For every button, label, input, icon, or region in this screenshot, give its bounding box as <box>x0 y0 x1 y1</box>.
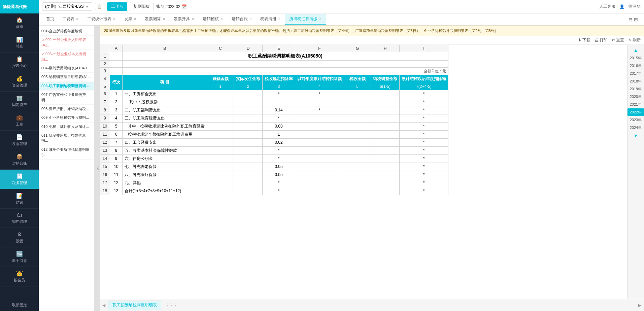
year-scroll-down[interactable]: ▼ <box>632 132 640 140</box>
tab-close-payroll-report[interactable]: × <box>112 17 116 21</box>
cell-I13[interactable]: * <box>400 146 448 154</box>
cell-D12[interactable] <box>234 138 263 146</box>
cell-E8[interactable]: 0.14 <box>263 106 295 114</box>
cell-A11[interactable]: 6 <box>110 130 123 138</box>
cell-A10[interactable]: 5 <box>110 122 123 130</box>
sidebar-item-sales[interactable]: 📦 进销台账 <box>0 150 39 170</box>
cell-H14[interactable] <box>371 154 400 163</box>
collapse-panel-button[interactable]: 《 <box>94 26 100 311</box>
cell-I17[interactable]: * <box>400 179 448 187</box>
tab-close-income-tax[interactable]: × <box>319 17 322 21</box>
cell-B16[interactable]: 八、补充医疗保险 <box>123 171 207 179</box>
sidebar-item-home[interactable]: 🏠 首页 <box>0 13 39 33</box>
cell-D7[interactable] <box>234 98 263 106</box>
year-2023[interactable]: 2023年 <box>628 116 644 124</box>
cell-B12[interactable]: 四、工会经费支出 <box>123 138 207 146</box>
cell-H6[interactable] <box>371 90 400 98</box>
list-item-005[interactable]: 005-纳税调整项目明细表(A1... <box>39 73 94 81</box>
cell-D16[interactable] <box>234 171 263 179</box>
cell-A16[interactable]: 11 <box>110 171 123 179</box>
sidebar-item-member[interactable]: 👑 畅会员 <box>0 267 39 286</box>
sidebar-item-settings[interactable]: ⚙ 设置 <box>0 228 39 247</box>
cell-A17[interactable]: 12 <box>110 179 123 187</box>
cell-I6[interactable]: * <box>400 90 448 98</box>
list-item-002[interactable]: ⊘ 002-一般企业收入明细表(A1... <box>39 36 94 50</box>
year-2019[interactable]: 2019年 <box>628 85 644 93</box>
list-item-003[interactable]: ⊘ 003-一般企业成本支出明细... <box>39 50 94 64</box>
tab-income-tax[interactable]: 所得税汇算清缴 × <box>285 14 326 25</box>
reset-button[interactable]: ↺ 重置 <box>612 37 624 43</box>
bottom-tab-main[interactable]: 职工薪酬纳税调整明细表 <box>108 301 161 310</box>
list-item-012[interactable]: 012-减免企业所得税优惠明细(.. <box>39 145 94 160</box>
tab-close-invoice-open[interactable]: × <box>191 17 194 21</box>
cell-C18[interactable] <box>207 187 234 195</box>
cell-G10[interactable] <box>344 122 371 130</box>
cell-A14[interactable]: 9 <box>110 154 123 163</box>
cell-G14[interactable] <box>344 154 371 163</box>
cell-G16[interactable] <box>344 171 371 179</box>
cell-I15[interactable]: * <box>400 163 448 171</box>
sidebar-item-guide[interactable]: 🆕 新手引导 <box>0 247 39 267</box>
cell-I18[interactable]: * <box>400 187 448 195</box>
sidebar-item-ledger[interactable]: 📊 总账 <box>0 33 39 53</box>
cell-I10[interactable]: * <box>400 122 448 130</box>
cell-C16[interactable] <box>207 171 234 179</box>
switch-old-button[interactable]: 切到旧版 <box>130 2 154 11</box>
cell-B15[interactable]: 七、补充养老保险 <box>123 163 207 171</box>
cell-G8[interactable] <box>344 106 371 114</box>
cell-C8[interactable] <box>207 106 234 114</box>
company-selector[interactable]: (勿删）江西股宝-LSS ▼ <box>42 2 92 11</box>
cell-E12[interactable]: 0.02 <box>263 138 295 146</box>
cell-B17[interactable]: 九、其他 <box>123 179 207 187</box>
cell-I16[interactable]: * <box>400 171 448 179</box>
tab-payroll-report[interactable]: 工资统计报表 × <box>83 14 120 25</box>
cell-G7[interactable] <box>344 98 371 106</box>
cell-F8[interactable]: * <box>295 106 344 114</box>
cell-H12[interactable] <box>371 138 400 146</box>
cell-I9[interactable]: * <box>400 114 448 122</box>
cell-I8[interactable]: * <box>400 106 448 114</box>
cell-H18[interactable] <box>371 187 400 195</box>
cell-E14[interactable]: * <box>263 154 295 163</box>
year-2021[interactable]: 2021年 <box>628 101 644 108</box>
cell-D13[interactable] <box>234 146 263 154</box>
minimize-button[interactable]: ⊟ <box>629 17 633 22</box>
cell-H8[interactable] <box>371 106 400 114</box>
list-item-011[interactable]: 011-研发费用加计扣除优惠明... <box>39 131 94 145</box>
refresh-button[interactable]: ↻ 刷新 <box>628 37 641 43</box>
cell-A18[interactable]: 13 <box>110 187 123 195</box>
year-scroll-up[interactable]: ▲ <box>632 46 640 54</box>
cell-F16[interactable] <box>295 171 344 179</box>
cell-F6[interactable]: * <box>295 90 344 98</box>
list-item-007[interactable]: 007-广告宣传和业务宣传费明... <box>39 91 94 105</box>
cell-F7[interactable] <box>295 98 344 106</box>
cell-D11[interactable] <box>234 130 263 138</box>
print-button[interactable]: 🖨 打印 <box>595 37 608 43</box>
cell-D14[interactable] <box>234 154 263 163</box>
support-label[interactable]: 人工客服 <box>599 4 615 9</box>
scroll-right-icon[interactable]: ▶ <box>638 303 641 308</box>
cell-H15[interactable] <box>371 163 400 171</box>
tab-invoice[interactable]: 发票 × <box>120 14 141 25</box>
cell-E17[interactable]: * <box>263 179 295 187</box>
list-item-006[interactable]: 006-职工薪酬纳税调整明细... <box>39 82 94 91</box>
tab-tax-list[interactable]: 税表清册 × <box>256 14 285 25</box>
tab-close-invoice-calc[interactable]: × <box>162 17 166 21</box>
cell-E6[interactable]: * <box>263 90 295 98</box>
sidebar-item-payroll[interactable]: 💼 工资 <box>0 111 39 131</box>
cell-D8[interactable] <box>234 106 263 114</box>
cell-E18[interactable]: * <box>263 187 295 195</box>
list-item-009[interactable]: 009-企业所得税弥补亏损明... <box>39 113 94 122</box>
cell-A15[interactable]: 10 <box>110 163 123 171</box>
cell-F12[interactable] <box>295 138 344 146</box>
tab-close-purchase-check[interactable]: × <box>220 17 223 21</box>
list-item-010[interactable]: 010-免税、减计收入及加计... <box>39 123 94 131</box>
year-2015[interactable]: 2015年 <box>628 54 644 62</box>
cell-D17[interactable] <box>234 179 263 187</box>
year-2020[interactable]: 2020年 <box>628 93 644 101</box>
tab-invoice-open[interactable]: 发票开具 × <box>170 14 199 25</box>
cell-D9[interactable] <box>234 114 263 122</box>
cell-G12[interactable] <box>344 138 371 146</box>
cell-I12[interactable]: * <box>400 138 448 146</box>
cell-F15[interactable] <box>295 163 344 171</box>
